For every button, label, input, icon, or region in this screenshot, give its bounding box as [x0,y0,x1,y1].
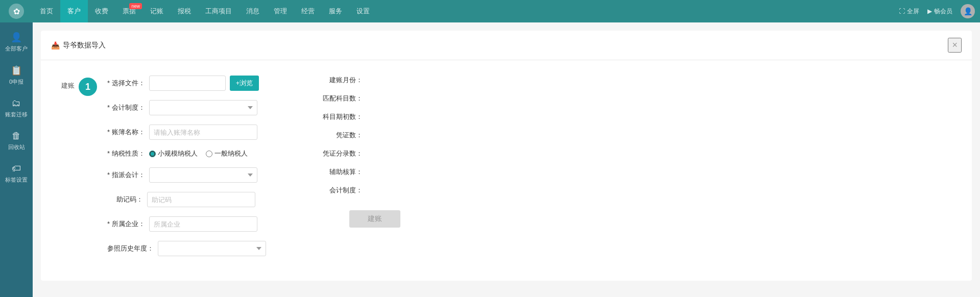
main-layout: 👤 全部客户 📋 0申报 🗂 账套迁移 🗑 回收站 🏷 标签设置 📥 导爷 [0,22,980,297]
zero-report-icon: 📋 [11,65,22,76]
panel-header: 📥 导爷数据导入 × [41,31,972,60]
nav-operation[interactable]: 经营 [294,0,322,22]
sidebar: 👤 全部客户 📋 0申报 🗂 账套迁移 🗑 回收站 🏷 标签设置 [0,22,33,297]
accountant-label: * 指派会计： [107,170,145,180]
nav-settings[interactable]: 设置 [349,0,377,22]
info-match-row: 匹配科目数： [322,94,428,103]
recycle-bin-icon: 🗑 [12,131,21,141]
file-select-row: * 选择文件： +浏览 [107,76,291,91]
sidebar-item-tag-settings[interactable]: 🏷 标签设置 [0,158,33,189]
nav-manage[interactable]: 管理 [267,0,294,22]
accounting-system-label: * 会计制度： [107,103,145,112]
logo: ✿ [5,0,28,22]
tax-type-label: * 纳税性质： [107,149,145,158]
step-label: 建账 [61,77,75,95]
ledger-name-input[interactable] [149,125,257,140]
history-year-select[interactable] [158,241,266,256]
nav-message[interactable]: 消息 [239,0,267,22]
accountant-row: * 指派会计： [107,167,291,183]
vip-icon: ▶ [927,8,932,15]
nav-business[interactable]: 工商项目 [198,0,239,22]
nav-service[interactable]: 服务 [322,0,349,22]
tax-type-radio-group: 小规模纳税人 一般纳税人 [149,149,248,158]
company-label: * 所属企业： [107,219,145,229]
info-initial-label: 科目期初数： [322,112,363,121]
fullscreen-icon: ⛶ [899,8,905,15]
company-input[interactable] [149,216,257,232]
form-left-column: 建账 1 [61,76,97,256]
nav-badge-new: new [129,3,142,9]
form-content: 建账 1 * 选择文件： +浏览 * 会计制度： [41,60,972,271]
sidebar-item-recycle-bin[interactable]: 🗑 回收站 [0,126,33,156]
step-circle: 1 [79,78,97,96]
sidebar-item-all-customers[interactable]: 👤 全部客户 [0,27,33,58]
info-month-label: 建账月份： [322,76,363,85]
nav-invoice[interactable]: 票据 new [115,0,143,22]
memo-row: 助记码： [107,192,291,207]
browse-button[interactable]: +浏览 [230,76,259,91]
nav-bookkeeping[interactable]: 记账 [143,0,171,22]
sidebar-item-account-migration[interactable]: 🗂 账套迁移 [0,93,33,123]
fullscreen-button[interactable]: ⛶ 全屏 [899,7,919,16]
small-taxpayer-radio[interactable] [149,151,156,157]
info-voucher-row: 凭证数： [322,131,428,140]
logo-icon: ✿ [9,4,24,19]
panel-title-icon: 📥 [51,41,60,50]
panel-title: 📥 导爷数据导入 [51,41,106,50]
nav-fee[interactable]: 收费 [88,0,115,22]
small-taxpayer-option[interactable]: 小规模纳税人 [149,149,198,158]
sidebar-item-zero-report[interactable]: 📋 0申报 [0,60,33,91]
info-voucher-entries-row: 凭证分录数： [322,149,428,158]
accounting-system-select[interactable] [149,100,257,115]
accounting-system-row: * 会计制度： [107,100,291,115]
avatar-icon: 👤 [964,7,972,15]
memo-input[interactable] [147,192,255,207]
panel-close-button[interactable]: × [948,38,962,53]
ledger-name-row: * 账簿名称： [107,125,291,140]
file-label: * 选择文件： [107,79,145,88]
info-aux-row: 辅助核算： [322,167,428,177]
nav-menu: 首页 客户 收费 票据 new 记账 报税 工商项目 消息 管理 经营 服务 设… [33,0,899,22]
general-taxpayer-radio[interactable] [206,151,212,157]
info-aux-label: 辅助核算： [322,167,363,177]
history-year-label: 参照历史年度： [107,244,154,253]
tax-type-row: * 纳税性质： 小规模纳税人 一般纳税人 [107,149,291,158]
history-year-row: 参照历史年度： [107,241,291,256]
content-area: 📥 导爷数据导入 × 建账 1 [33,22,980,297]
build-btn-area: 建账 [322,210,428,228]
nav-tax[interactable]: 报税 [171,0,198,22]
nav-customer[interactable]: 客户 [60,0,88,22]
info-voucher-entries-label: 凭证分录数： [322,149,363,158]
info-voucher-label: 凭证数： [322,131,363,140]
avatar[interactable]: 👤 [961,4,975,18]
info-initial-row: 科目期初数： [322,112,428,121]
info-month-row: 建账月份： [322,76,428,85]
memo-label: 助记码： [107,195,143,204]
account-migration-icon: 🗂 [12,98,21,109]
info-system-row: 会计制度： [322,186,428,195]
all-customers-icon: 👤 [11,32,22,43]
nav-home[interactable]: 首页 [33,0,60,22]
right-info-column: 建账月份： 匹配科目数： 科目期初数： 凭证数： [322,76,428,256]
top-navigation: ✿ 首页 客户 收费 票据 new 记账 报税 工商项目 消息 管理 经营 服务… [0,0,980,22]
build-account-button[interactable]: 建账 [349,210,400,228]
nav-right-area: ⛶ 全屏 ▶ 畅会员 👤 [899,4,975,18]
info-system-label: 会计制度： [322,186,363,195]
company-row: * 所属企业： [107,216,291,232]
info-match-label: 匹配科目数： [322,94,363,103]
ledger-name-label: * 账簿名称： [107,128,145,137]
accountant-select[interactable] [149,167,257,183]
step-row: 建账 1 [61,76,97,96]
info-rows: 建账月份： 匹配科目数： 科目期初数： 凭证数： [322,76,428,195]
file-input[interactable] [149,76,226,91]
general-taxpayer-option[interactable]: 一般纳税人 [206,149,248,158]
vip-button[interactable]: ▶ 畅会员 [927,7,952,16]
form-fields: * 选择文件： +浏览 * 会计制度： * 账簿名称： [107,76,291,256]
panel-title-text: 导爷数据导入 [63,41,106,50]
import-panel: 📥 导爷数据导入 × 建账 1 [41,31,972,281]
tag-settings-icon: 🏷 [12,163,21,174]
